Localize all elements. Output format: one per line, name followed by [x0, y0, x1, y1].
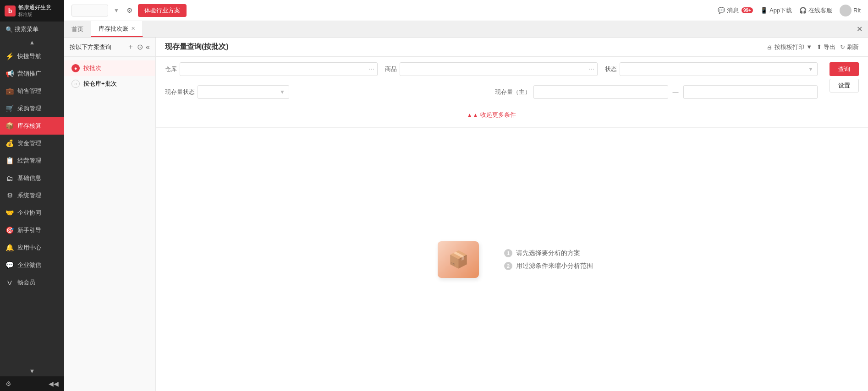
- tab-close-icon[interactable]: ✕: [131, 26, 135, 32]
- export-button[interactable]: ⬆ 导出: [817, 43, 835, 51]
- tab-inventory-batch[interactable]: 库存批次账 ✕: [91, 21, 143, 37]
- sidebar-item-wechat[interactable]: 💬 企业微信: [0, 256, 64, 274]
- warehouse-input[interactable]: [180, 63, 366, 76]
- sidebar-item-inventory[interactable]: 📦 库存核算: [0, 117, 64, 135]
- action-buttons-col: 查询 设置: [830, 62, 859, 92]
- online-service-item[interactable]: 🎧 在线客服: [799, 6, 832, 15]
- hint-num-1: 1: [504, 249, 512, 257]
- warehouse-label: 仓库: [165, 65, 177, 73]
- sidebar-item-app-center[interactable]: 🔔 应用中心: [0, 239, 64, 256]
- sidebar-item-finance[interactable]: 💰 资金管理: [0, 135, 64, 152]
- inventory-qty-max[interactable]: [683, 85, 818, 99]
- topbar-search-input[interactable]: [71, 5, 108, 16]
- sidebar-item-label: 企业微信: [17, 261, 41, 269]
- sidebar-item-label: 经营管理: [17, 157, 41, 165]
- sidebar-item-sales[interactable]: 💼 销售管理: [0, 82, 64, 100]
- app-download-icon: 📱: [760, 7, 768, 14]
- sidebar-item-new-user[interactable]: 🎯 新手引导: [0, 222, 64, 239]
- sidebar-item-label: 资金管理: [17, 139, 41, 147]
- empty-illustration: [431, 232, 486, 287]
- filter-row-1: 仓库 ··· 商品 ···: [165, 62, 818, 76]
- scheme-item-by-warehouse-batch[interactable]: ○ 按仓库+批次: [64, 76, 155, 92]
- sidebar-logo: b: [5, 5, 16, 16]
- content-area: 按以下方案查询 ＋ ⊙ « ● 按批次 ○ 按仓库+批次: [64, 38, 868, 391]
- sidebar-item-system[interactable]: ⚙ 系统管理: [0, 187, 64, 204]
- settings-button[interactable]: 设置: [830, 79, 859, 92]
- empty-state: 1 请先选择要分析的方案 2 用过滤条件来缩小分析范围: [156, 128, 868, 391]
- warehouse-dots-btn[interactable]: ···: [366, 65, 377, 73]
- sidebar-title-area: 畅康通好生意 标准版: [18, 4, 51, 18]
- goods-label: 商品: [385, 65, 397, 73]
- filter-field-inventory-qty: 现存量（主） —: [495, 85, 818, 99]
- settings-footer-icon[interactable]: ⚙: [5, 380, 11, 387]
- query-button[interactable]: 查询: [830, 62, 859, 76]
- collapse-panel-icon[interactable]: «: [146, 43, 150, 51]
- operations-icon: 📋: [5, 157, 14, 165]
- tab-bar-close-icon[interactable]: ✕: [851, 21, 868, 37]
- new-user-icon: 🎯: [5, 226, 14, 234]
- inventory-qty-min[interactable]: [533, 85, 668, 99]
- sidebar-item-operations[interactable]: 📋 经营管理: [0, 152, 64, 169]
- sidebar-item-purchase[interactable]: 🛒 采购管理: [0, 100, 64, 117]
- collapse-sidebar-icon[interactable]: ◀◀: [49, 380, 59, 387]
- sidebar-item-enterprise-coop[interactable]: 🤝 企业协同: [0, 204, 64, 222]
- inventory-qty-range: —: [533, 85, 818, 99]
- filter-collapse-btn[interactable]: ▲▲ 收起更多条件: [165, 108, 818, 122]
- filter-row-2: 现存量状态 ▼ 现存量（主） —: [165, 85, 818, 99]
- scheme-list: ● 按批次 ○ 按仓库+批次: [64, 57, 155, 95]
- scheme-active-icon: ●: [71, 64, 80, 72]
- sidebar-nav: ⚡ 快捷导航 📢 营销推广 💼 销售管理 🛒 采购管理 📦 库存核算 💰 资金管…: [0, 48, 64, 366]
- tab-home[interactable]: 首页: [64, 21, 91, 37]
- inventory-icon: 📦: [5, 122, 14, 130]
- user-avatar-item[interactable]: Rit: [840, 5, 861, 16]
- filter-field-goods: 商品 ···: [385, 62, 598, 76]
- vip-icon: V: [5, 278, 14, 287]
- app-title: 畅康通好生意: [18, 4, 51, 11]
- sidebar-item-vip[interactable]: V 畅会员: [0, 274, 64, 291]
- status-label: 状态: [605, 65, 617, 73]
- sidebar-search[interactable]: 🔍 搜索菜单: [0, 22, 64, 37]
- topbar-gear-icon[interactable]: ⚙: [126, 6, 132, 15]
- trial-button[interactable]: 体验行业方案: [138, 4, 187, 17]
- topbar-left: ▼ ⚙ 体验行业方案: [71, 4, 187, 17]
- hint-num-2: 2: [504, 262, 512, 270]
- inventory-qty-label: 现存量（主）: [495, 88, 531, 96]
- scheme-settings-icon[interactable]: ⊙: [137, 43, 143, 51]
- topbar: ▼ ⚙ 体验行业方案 💬 消息 99+ 📱 App下载 🎧 在线客服 Rit: [64, 0, 868, 21]
- goods-dots-btn[interactable]: ···: [586, 65, 597, 73]
- sidebar-item-quick-nav[interactable]: ⚡ 快捷导航: [0, 48, 64, 65]
- app-download-item[interactable]: 📱 App下载: [760, 6, 792, 15]
- status-select[interactable]: ▼: [620, 62, 818, 76]
- inventory-status-select[interactable]: ▼: [198, 85, 289, 99]
- filter-field-status: 状态 ▼: [605, 62, 818, 76]
- sidebar-scroll-up[interactable]: ▲: [0, 37, 64, 48]
- collapse-chevron-icon: ▲▲: [467, 112, 478, 119]
- print-button[interactable]: 🖨 按模板打印 ▼: [767, 43, 812, 51]
- status-chevron-icon: ▼: [808, 66, 813, 72]
- finance-icon: 💰: [5, 139, 14, 147]
- right-content: 现存量查询(按批次) 🖨 按模板打印 ▼ ⬆ 导出 ↻ 刷新: [156, 38, 868, 391]
- sidebar-item-basic-info[interactable]: 🗂 基础信息: [0, 169, 64, 187]
- topbar-right: 💬 消息 99+ 📱 App下载 🎧 在线客服 Rit: [718, 5, 861, 16]
- filter-field-warehouse: 仓库 ···: [165, 62, 378, 76]
- sidebar-scroll-down[interactable]: ▼: [0, 366, 64, 376]
- purchase-icon: 🛒: [5, 104, 14, 113]
- empty-hint-2: 2 用过滤条件来缩小分析范围: [504, 262, 593, 270]
- empty-text: 1 请先选择要分析的方案 2 用过滤条件来缩小分析范围: [504, 249, 593, 270]
- sidebar-item-label: 新手引导: [17, 226, 41, 234]
- refresh-button[interactable]: ↻ 刷新: [840, 43, 859, 51]
- message-item[interactable]: 💬 消息 99+: [718, 6, 753, 15]
- warehouse-input-wrapper: ···: [180, 62, 378, 76]
- export-icon: ⬆: [817, 43, 822, 50]
- scheme-item-by-batch[interactable]: ● 按批次: [64, 60, 155, 76]
- add-scheme-icon[interactable]: ＋: [127, 42, 134, 52]
- sidebar-footer: ⚙ ◀◀: [0, 376, 64, 391]
- topbar-chevron-icon[interactable]: ▼: [114, 7, 119, 14]
- scheme-inactive-icon: ○: [71, 80, 80, 88]
- filter-bar: 仓库 ··· 商品 ···: [156, 57, 868, 128]
- goods-input[interactable]: [400, 63, 586, 76]
- sidebar-item-marketing[interactable]: 📢 营销推广: [0, 65, 64, 82]
- range-dash: —: [671, 89, 681, 96]
- sidebar-item-label: 营销推广: [17, 70, 41, 78]
- inventory-status-label: 现存量状态: [165, 88, 195, 96]
